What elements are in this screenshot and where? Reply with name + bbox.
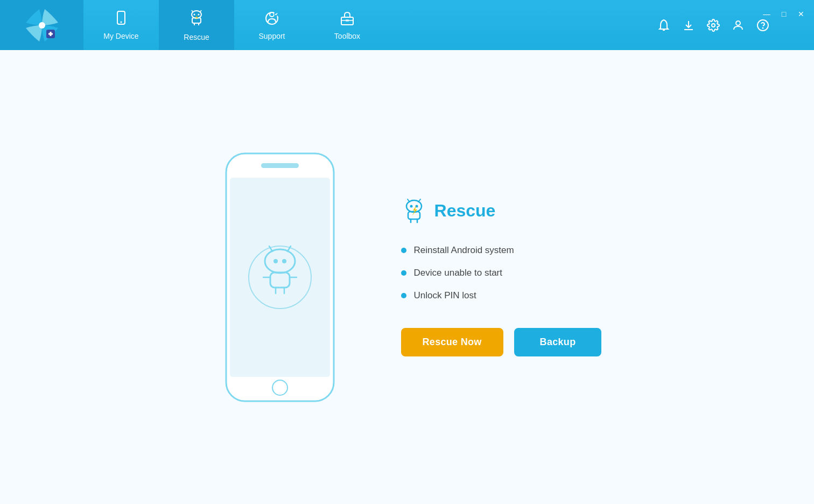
rescue-info-panel: Rescue Reinstall Android system Device u… [401,198,602,356]
nav-item-my-device-label: My Device [103,32,138,40]
minimize-button[interactable]: — [759,6,774,22]
nav-item-support[interactable]: Support [234,0,310,50]
nav-item-support-label: Support [258,32,285,40]
my-device-icon [113,10,129,29]
toolbox-nav-icon [339,10,355,29]
navbar: My Device Rescue [0,0,814,50]
settings-icon[interactable] [705,17,721,33]
backup-button[interactable]: Backup [514,328,602,356]
svg-point-22 [712,24,715,27]
nav-item-toolbox[interactable]: Toolbox [310,0,385,50]
svg-point-7 [194,13,195,15]
phone-illustration [213,148,347,407]
feature-label-1: Reinstall Android system [414,245,514,256]
svg-point-15 [270,12,274,17]
svg-point-8 [198,13,200,15]
svg-rect-3 [50,32,51,36]
rescue-nav-icon [187,9,206,30]
nav-item-rescue[interactable]: Rescue [159,0,234,50]
rescue-header-icon [401,198,427,223]
logo-area [0,0,83,50]
svg-point-5 [121,21,122,23]
phone-svg [218,148,342,407]
bullet-2 [401,270,406,276]
content-wrapper: Rescue Reinstall Android system Device u… [213,148,602,407]
rescue-now-button[interactable]: Rescue Now [401,328,503,356]
svg-point-42 [410,205,412,208]
account-icon[interactable] [730,17,746,33]
bullet-3 [401,293,406,298]
close-button[interactable]: ✕ [794,6,809,22]
window-controls: — □ ✕ [759,6,809,22]
action-buttons: Rescue Now Backup [401,328,602,356]
app-logo [23,6,61,44]
svg-rect-28 [230,178,330,377]
download-icon[interactable] [680,17,697,33]
nav-item-my-device[interactable]: My Device [83,0,159,50]
rescue-title: Rescue [434,201,496,221]
svg-point-0 [39,22,45,29]
rescue-features-list: Reinstall Android system Device unable t… [401,245,602,301]
svg-line-9 [192,10,193,12]
feature-item-1: Reinstall Android system [401,245,602,256]
svg-rect-19 [346,19,349,22]
feature-label-3: Unlock PIN lost [414,290,476,301]
feature-label-2: Device unable to start [414,268,502,278]
nav-items: My Device Rescue [83,0,656,50]
svg-point-43 [415,205,418,208]
support-nav-icon [264,10,280,29]
rescue-title-row: Rescue [401,198,602,223]
svg-rect-27 [261,163,299,168]
maximize-button[interactable]: □ [776,6,791,22]
svg-point-23 [736,21,740,25]
notification-icon[interactable] [656,17,672,33]
svg-point-31 [273,259,278,263]
svg-line-10 [200,10,201,12]
nav-item-toolbox-label: Toolbox [334,32,360,40]
nav-item-rescue-label: Rescue [184,33,209,41]
svg-point-25 [763,27,763,28]
feature-item-3: Unlock PIN lost [401,290,602,301]
bullet-1 [401,248,406,253]
feature-item-2: Device unable to start [401,268,602,278]
main-content: Rescue Reinstall Android system Device u… [0,50,814,504]
svg-point-32 [282,259,286,263]
